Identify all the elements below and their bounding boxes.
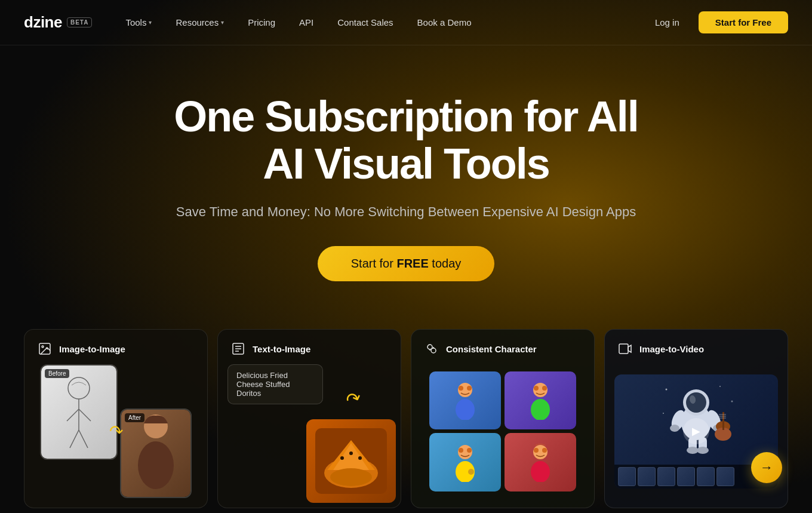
svg-point-27 [534,386,539,391]
svg-point-45 [686,392,706,413]
hero-cta-button[interactable]: Start for FREE today [318,246,495,281]
card-header: Text-to-Image [218,330,401,364]
nav-links: Tools ▾ Resources ▾ Pricing API Contact … [116,13,481,32]
film-frame [697,467,715,486]
logo[interactable]: dzine BETA [24,13,92,32]
svg-rect-38 [619,344,628,354]
char-cell-2 [505,371,576,430]
card-image-to-image[interactable]: Image-to-Image [24,329,208,508]
card-title: Image-to-Video [639,344,704,354]
consistent-character-icon [423,340,440,357]
before-image: Before [40,364,118,460]
nav-right: Log in Start for Free [645,11,788,33]
card-body: Before ↷ After [24,364,207,508]
nav-pricing[interactable]: Pricing [238,13,285,32]
film-frame [657,467,675,486]
card-body: Delicious Fried Cheese Stuffed Doritos ↷ [218,364,401,508]
svg-point-2 [68,377,90,399]
img2img-preview: Before ↷ After [34,364,198,498]
generated-food-image [306,419,396,503]
card-header: Image-to-Image [24,330,207,364]
svg-point-39 [666,389,668,391]
card-header: Consistent Character [411,330,594,364]
svg-point-49 [670,425,679,432]
svg-point-9 [138,441,174,489]
image-to-image-icon [36,340,53,357]
nav-left: dzine BETA Tools ▾ Resources ▾ Pricing A… [24,13,481,32]
card-consistent-character[interactable]: Consistent Character [411,329,595,508]
svg-point-37 [542,448,547,453]
hero-section: One Subscription for All AI Visual Tools… [0,45,812,317]
card-body [411,364,594,508]
svg-point-36 [534,448,539,453]
character-grid [429,371,577,492]
card-header: Image-to-Video [605,330,788,364]
svg-point-22 [456,399,475,420]
nav-api[interactable]: API [290,13,323,32]
film-frame [716,467,734,486]
svg-point-23 [459,386,463,391]
svg-point-18 [330,468,372,486]
svg-point-41 [731,401,733,403]
svg-point-32 [467,448,472,453]
t2i-preview: Delicious Fried Cheese Stuffed Doritos ↷ [227,364,391,498]
svg-point-35 [531,461,550,482]
hero-title: One Subscription for All AI Visual Tools [24,93,788,188]
svg-point-33 [468,469,474,475]
hero-subtitle: Save Time and Money: No More Switching B… [24,204,788,220]
svg-point-31 [459,448,463,453]
svg-line-6 [70,430,79,448]
svg-point-17 [358,456,362,460]
chevron-down-icon: ▾ [221,19,224,26]
after-label: After [125,413,144,422]
svg-point-40 [719,386,721,387]
char-cell-3 [429,433,501,492]
svg-point-16 [349,451,353,455]
card-body: ▶ [605,364,788,508]
start-free-button[interactable]: Start for Free [699,11,788,33]
card-text-to-image[interactable]: Text-to-Image Delicious Fried Cheese Stu… [217,329,401,508]
chevron-down-icon: ▾ [149,19,152,26]
svg-point-15 [340,456,344,460]
text-to-image-icon [230,340,247,357]
svg-line-4 [67,409,79,421]
prompt-box: Delicious Fried Cheese Stuffed Doritos [227,364,323,404]
card-title: Text-to-Image [253,344,310,354]
card-title: Image-to-Image [59,344,125,354]
image-to-video-icon [617,340,633,357]
login-button[interactable]: Log in [645,13,689,32]
char-cell-1 [429,371,501,430]
svg-point-28 [542,386,547,391]
cards-grid: Image-to-Image [0,317,812,513]
navbar: dzine BETA Tools ▾ Resources ▾ Pricing A… [0,0,812,45]
char-cell-4 [505,433,576,492]
svg-point-42 [663,413,664,414]
svg-line-7 [79,430,88,448]
brand-name: dzine [24,13,62,32]
film-frame [618,467,636,486]
photo-illustration [121,410,190,497]
fab-next-button[interactable]: → [751,452,782,483]
sketch-illustration [41,365,116,459]
svg-point-20 [431,348,436,353]
curve-arrow-icon: ↷ [343,386,364,411]
nav-tools[interactable]: Tools ▾ [116,13,161,32]
svg-rect-53 [722,412,724,430]
svg-line-5 [79,409,91,421]
svg-point-1 [42,346,44,348]
film-frame [677,467,695,486]
nav-contact-sales[interactable]: Contact Sales [328,13,402,32]
svg-point-60 [697,447,709,454]
svg-point-26 [531,399,550,420]
beta-badge: BETA [67,17,92,27]
after-image: After [120,408,192,498]
before-label: Before [45,369,69,378]
transform-arrow-icon: ↷ [109,422,123,441]
nav-book-demo[interactable]: Book a Demo [408,13,481,32]
svg-point-24 [467,386,472,391]
nav-resources[interactable]: Resources ▾ [166,13,233,32]
card-title: Consistent Character [446,344,537,354]
film-frame [638,467,656,486]
